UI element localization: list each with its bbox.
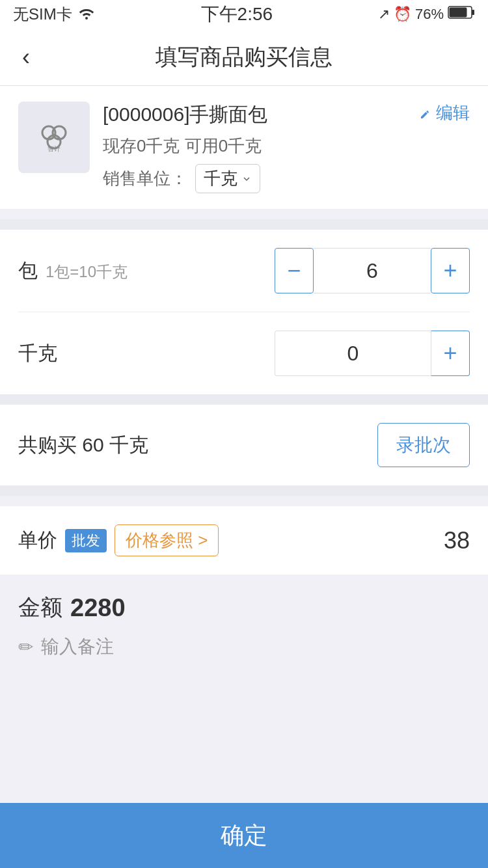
amount-row: 金额 2280 [18, 593, 470, 623]
status-right: ↗ ⏰ 76% [378, 5, 475, 23]
bao-minus-button[interactable]: − [275, 248, 314, 293]
summary-text: 共购买 60 千克 [18, 432, 148, 459]
price-ref-button[interactable]: 价格参照 > [115, 524, 219, 556]
kg-input[interactable] [275, 331, 431, 376]
alarm-icon: ⏰ [394, 6, 411, 23]
page-title: 填写商品购买信息 [156, 42, 332, 72]
confirm-button[interactable]: 确定 [0, 803, 488, 868]
svg-rect-1 [472, 10, 474, 15]
kg-plus-button[interactable]: + [431, 331, 470, 376]
amount-label: 金额 [18, 593, 62, 623]
status-bar: 无SIM卡 下午2:56 ↗ ⏰ 76% [0, 0, 488, 29]
kg-label-area: 千克 [18, 340, 57, 367]
unit-select[interactable]: 千克 [195, 164, 260, 193]
product-info: [0000006]手撕面包 编辑 现存0千克 可用0千克 销售单位： 千克 [103, 102, 470, 193]
status-left: 无SIM卡 [13, 4, 96, 25]
price-label-area: 单价 批发 价格参照 > [18, 524, 219, 556]
input-section: 包 1包=10千克 − + 千克 + [0, 230, 488, 394]
remark-text: 输入备注 [41, 634, 114, 659]
pencil-icon: ✏ [18, 636, 33, 658]
bao-control: − + [275, 248, 470, 293]
summary-section: 共购买 60 千克 录批次 [0, 405, 488, 485]
record-batch-button[interactable]: 录批次 [377, 423, 470, 467]
product-card: 智计 [0000006]手撕面包 编辑 现存0千克 可用0千克 销售单位： 千克 [0, 86, 488, 209]
battery-text: 76% [415, 6, 444, 23]
price-value: 38 [444, 527, 470, 554]
product-stock: 现存0千克 可用0千克 [103, 135, 470, 157]
pifa-badge: 批发 [65, 529, 107, 552]
price-row: 单价 批发 价格参照 > 38 [18, 524, 470, 556]
bao-hint: 1包=10千克 [46, 262, 128, 282]
wifi-icon [77, 5, 96, 23]
section-divider-1 [0, 219, 488, 230]
amount-value: 2280 [70, 594, 126, 622]
bao-plus-button[interactable]: + [431, 248, 470, 293]
back-button[interactable]: ‹ [16, 37, 36, 77]
location-icon: ↗ [378, 6, 390, 23]
edit-link[interactable]: 编辑 [419, 102, 470, 124]
bao-input[interactable] [314, 248, 431, 293]
section-divider-3 [0, 485, 488, 496]
product-unit-row: 销售单位： 千克 [103, 164, 470, 193]
carrier-text: 无SIM卡 [13, 4, 72, 25]
svg-text:智计: 智计 [47, 145, 61, 152]
kg-label: 千克 [18, 340, 57, 367]
nav-bar: ‹ 填写商品购买信息 [0, 29, 488, 86]
battery-icon [448, 5, 475, 23]
price-section: 单价 批发 价格参照 > 38 [0, 506, 488, 575]
amount-section: 金额 2280 ✏ 输入备注 [0, 575, 488, 677]
product-thumbnail: 智计 [18, 102, 90, 173]
unit-label: 销售单位： [103, 167, 187, 190]
remark-row[interactable]: ✏ 输入备注 [18, 634, 470, 659]
bao-label-area: 包 1包=10千克 [18, 258, 128, 284]
price-label: 单价 [18, 527, 57, 554]
svg-rect-2 [450, 8, 467, 18]
kg-control: + [275, 331, 470, 376]
bao-row: 包 1包=10千克 − + [18, 230, 470, 312]
section-divider-2 [0, 394, 488, 405]
bao-label: 包 [18, 258, 38, 284]
kg-row: 千克 + [18, 312, 470, 394]
status-time: 下午2:56 [201, 2, 273, 27]
product-name: [0000006]手撕面包 [103, 102, 267, 128]
bottom-space [0, 677, 488, 755]
